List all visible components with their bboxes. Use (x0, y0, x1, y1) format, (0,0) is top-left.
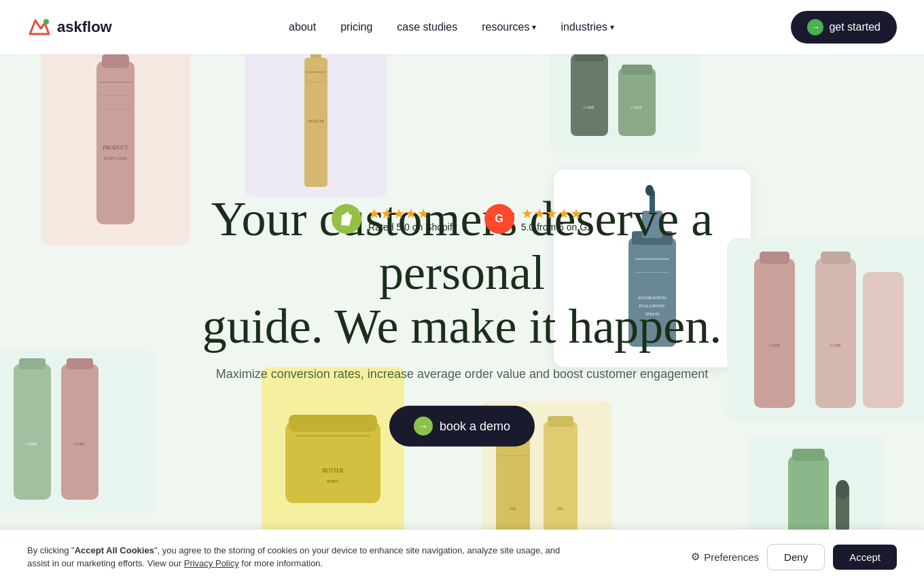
product-image-topright: CARE CARE (550, 54, 700, 153)
get-started-button[interactable]: → get started (791, 11, 897, 44)
shopify-stars: ★★★★★ (368, 205, 457, 222)
logo-text: askflow (57, 18, 112, 36)
deny-button[interactable]: Deny (767, 544, 825, 570)
resources-chevron-icon: ▾ (532, 22, 536, 32)
shopify-icon (332, 204, 361, 234)
g2-rating: G ★★★★★ 5.0 from 5 on G2 (484, 204, 592, 234)
svg-point-68 (836, 480, 849, 499)
industries-chevron-icon: ▾ (610, 22, 614, 32)
g2-rating-text: 5.0 from 5 on G2 (521, 222, 592, 233)
svg-text:OIL: OIL (510, 506, 516, 511)
svg-rect-4 (96, 61, 135, 224)
product-image-topleft: PRODUCT BODY CARE (41, 54, 190, 245)
svg-rect-66 (792, 449, 825, 461)
hero-subtitle: Maximize conversion rates, increase aver… (197, 367, 727, 381)
accept-all-cookies-bold: Accept All Cookies (75, 545, 154, 555)
g2-rating-details: ★★★★★ 5.0 from 5 on G2 (521, 205, 592, 233)
ratings-container: ★★★★★ Rated 5.0 on Shopify G ★★★★★ 5.0 f… (332, 204, 592, 234)
preferences-button[interactable]: ⚙ Preferences (691, 551, 759, 563)
svg-rect-39 (821, 252, 851, 264)
svg-rect-15 (306, 82, 326, 82)
svg-rect-44 (14, 364, 51, 500)
svg-rect-36 (754, 258, 795, 408)
accept-button[interactable]: Accept (833, 545, 897, 570)
svg-text:CARE: CARE (26, 442, 37, 446)
svg-text:BUTTER: BUTTER (322, 468, 344, 474)
preferences-gear-icon: ⚙ (691, 551, 700, 563)
svg-text:BODY CARE: BODY CARE (104, 156, 128, 160)
nav-pricing[interactable]: pricing (340, 21, 372, 33)
shopify-rating-details: ★★★★★ Rated 5.0 on Shopify (368, 205, 457, 233)
privacy-policy-link[interactable]: Privacy Policy (184, 558, 239, 568)
svg-text:SERUM: SERUM (308, 118, 325, 124)
nav-industries[interactable]: industries ▾ (561, 21, 614, 33)
shopify-rating-text: Rated 5.0 on Shopify (368, 222, 457, 233)
g2-icon: G (484, 204, 514, 234)
g2-stars: ★★★★★ (521, 205, 592, 222)
svg-rect-5 (102, 54, 129, 68)
svg-text:CARE: CARE (769, 343, 780, 347)
svg-rect-47 (67, 358, 93, 369)
svg-rect-45 (19, 358, 46, 369)
svg-rect-6 (99, 82, 132, 83)
book-demo-button[interactable]: → book a demo (389, 406, 535, 447)
svg-rect-18 (571, 54, 608, 136)
svg-text:CARE: CARE (830, 343, 841, 347)
svg-text:BODY: BODY (327, 479, 339, 483)
cookie-banner: By clicking "Accept All Cookies", you ag… (0, 530, 924, 584)
nav-case-studies[interactable]: case studies (397, 21, 457, 33)
nav-links: about pricing case studies resources ▾ i… (289, 21, 614, 33)
hero-section: PRODUCT BODY CARE SERUM CARE (0, 54, 924, 584)
svg-point-2 (43, 19, 49, 24)
svg-rect-61 (499, 456, 527, 456)
svg-rect-37 (760, 252, 789, 264)
svg-rect-8 (99, 109, 132, 109)
cookie-text: By clicking "Accept All Cookies", you ag… (27, 544, 571, 570)
svg-rect-38 (815, 258, 856, 408)
nav-resources[interactable]: resources ▾ (482, 21, 536, 33)
product-image-topcenter: SERUM (245, 54, 387, 197)
svg-text:PRODUCT: PRODUCT (103, 145, 128, 151)
svg-rect-20 (618, 68, 656, 136)
svg-rect-19 (574, 54, 605, 61)
svg-rect-14 (306, 71, 326, 73)
svg-text:OIL: OIL (557, 506, 564, 511)
svg-rect-40 (863, 272, 904, 408)
svg-rect-7 (99, 95, 132, 96)
svg-text:CARE: CARE (74, 442, 85, 446)
nav-about[interactable]: about (289, 21, 316, 33)
svg-text:CARE: CARE (631, 105, 642, 109)
svg-rect-21 (622, 65, 652, 75)
svg-text:CARE: CARE (584, 105, 594, 109)
navbar: askflow about pricing case studies resou… (0, 0, 924, 54)
logo-link[interactable]: askflow (27, 15, 112, 39)
product-image-farright: CARE CARE (727, 238, 924, 422)
product-image-bottomleft: CARE CARE (0, 350, 156, 513)
svg-rect-46 (61, 364, 99, 500)
logo-icon (27, 15, 52, 39)
main-content: PRODUCT BODY CARE SERUM CARE (0, 0, 924, 584)
shopify-rating: ★★★★★ Rated 5.0 on Shopify (332, 204, 457, 234)
book-demo-arrow-icon: → (414, 417, 433, 436)
cta-arrow-icon: → (807, 19, 823, 35)
cookie-actions: ⚙ Preferences Deny Accept (691, 544, 897, 570)
